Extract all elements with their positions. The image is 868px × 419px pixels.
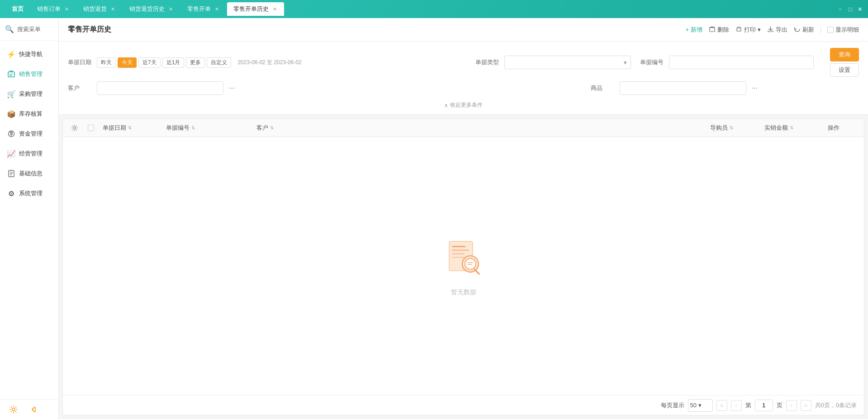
th-amount-sort-icon: ⇅ bbox=[790, 125, 793, 130]
collapse-label: 收起更多条件 bbox=[450, 101, 483, 109]
svg-rect-18 bbox=[452, 253, 465, 254]
sidebar-item-purchase-mgmt[interactable]: 🛒 采购管理 bbox=[0, 84, 58, 104]
tab-retail-open[interactable]: 零售开单 ✕ bbox=[181, 2, 226, 16]
filter-bill-type-select[interactable]: ▾ bbox=[504, 56, 631, 69]
display-detail-checkbox[interactable] bbox=[827, 27, 834, 33]
sidebar-settings-btn[interactable] bbox=[7, 403, 20, 416]
date-btn-last7[interactable]: 近7天 bbox=[138, 57, 161, 68]
th-salesperson[interactable]: 导购员 ⇅ bbox=[707, 124, 761, 132]
table-column-settings[interactable] bbox=[66, 124, 83, 132]
select-all-checkbox[interactable] bbox=[88, 125, 94, 131]
filter-bill-no-label: 单据编号 bbox=[640, 58, 665, 66]
page-last-btn[interactable]: » bbox=[801, 400, 811, 411]
tab-sales-return-label: 销货退货 bbox=[83, 5, 107, 13]
sidebar-item-inventory[interactable]: 📦 库存核算 bbox=[0, 104, 58, 124]
pagination: 每页显示 50 ▾ « ‹ 第 页 › » 共0页，0条记录 bbox=[63, 395, 864, 415]
print-button[interactable]: 打印 ▾ bbox=[735, 26, 761, 34]
sales-mgmt-icon bbox=[7, 70, 15, 78]
per-page-select[interactable]: 50 ▾ bbox=[688, 399, 713, 412]
date-btn-today[interactable]: 今天 bbox=[118, 57, 137, 68]
sidebar-item-basic-info[interactable]: 基础信息 bbox=[0, 164, 58, 184]
page-prev-btn[interactable]: ‹ bbox=[731, 400, 742, 411]
page-next-btn[interactable]: › bbox=[786, 400, 797, 411]
sidebar-search[interactable]: 🔍 搜索采单 bbox=[0, 18, 58, 41]
settings-button[interactable]: 设置 bbox=[830, 63, 859, 77]
sidebar-item-purchase-mgmt-label: 采购管理 bbox=[19, 90, 43, 98]
date-btn-last1month[interactable]: 近1月 bbox=[162, 57, 185, 68]
th-customer[interactable]: 客户 ⇅ bbox=[253, 124, 707, 132]
window-close[interactable]: ✕ bbox=[858, 6, 863, 13]
th-date-sort-icon: ⇅ bbox=[128, 125, 132, 130]
tab-sales-return-close[interactable]: ✕ bbox=[109, 6, 116, 12]
sidebar-collapse-btn[interactable] bbox=[27, 403, 40, 416]
main-layout: 🔍 搜索采单 ⚡ 快捷导航 销售管理 🛒 bbox=[0, 18, 868, 419]
filter-collapse-btn[interactable]: ∧ 收起更多条件 bbox=[444, 101, 483, 109]
tab-sales-order[interactable]: 销售订单 ✕ bbox=[31, 2, 76, 16]
per-page-dropdown-icon: ▾ bbox=[698, 402, 702, 409]
filter-date-options: 昨天 今天 近7天 近1月 更多 自定义 bbox=[97, 57, 231, 68]
sidebar-search-label: 搜索采单 bbox=[17, 25, 41, 33]
sidebar-item-sales-mgmt[interactable]: 销售管理 bbox=[0, 64, 58, 84]
tab-sales-return[interactable]: 销货退货 ✕ bbox=[77, 2, 122, 16]
export-label: 导出 bbox=[776, 26, 787, 34]
tab-list: 首页 销售订单 ✕ 销货退货 ✕ 销货退货历史 ✕ 零售开单 ✕ 零售开单历史 … bbox=[5, 2, 837, 16]
refresh-button[interactable]: 刷新 bbox=[794, 26, 814, 34]
svg-point-21 bbox=[465, 259, 476, 269]
page-first-btn[interactable]: « bbox=[716, 400, 727, 411]
filter-product-field: 商品 ··· bbox=[591, 81, 759, 95]
delete-button[interactable]: 删除 bbox=[709, 26, 729, 34]
sidebar-item-quick-nav[interactable]: ⚡ 快捷导航 bbox=[0, 44, 58, 64]
tab-retail-open-close[interactable]: ✕ bbox=[213, 6, 220, 12]
add-icon: + bbox=[685, 26, 689, 33]
tab-sales-order-close[interactable]: ✕ bbox=[63, 6, 70, 12]
add-button[interactable]: + 新增 bbox=[685, 26, 702, 34]
date-btn-more[interactable]: 更多 bbox=[186, 57, 205, 68]
tab-home-label: 首页 bbox=[12, 5, 24, 13]
date-btn-custom[interactable]: 自定义 bbox=[207, 57, 231, 68]
th-action-label: 操作 bbox=[828, 124, 840, 132]
th-amount[interactable]: 实销金额 ⇅ bbox=[761, 124, 824, 132]
filter-customer-input[interactable] bbox=[97, 81, 223, 95]
filter-product-input[interactable] bbox=[620, 81, 746, 95]
svg-rect-17 bbox=[452, 250, 469, 251]
sidebar-item-finance[interactable]: 资金管理 bbox=[0, 124, 58, 144]
filter-product-label: 商品 bbox=[591, 84, 616, 92]
sidebar-item-quick-nav-label: 快捷导航 bbox=[19, 50, 43, 58]
tab-sales-return-history-close[interactable]: ✕ bbox=[167, 6, 174, 12]
display-detail-toggle[interactable]: 显示明细 bbox=[827, 26, 859, 34]
filter-bill-no-input[interactable] bbox=[669, 56, 814, 69]
export-button[interactable]: 导出 bbox=[767, 26, 787, 34]
customer-ellipsis[interactable]: ··· bbox=[227, 84, 237, 92]
window-maximize[interactable]: □ bbox=[849, 6, 852, 13]
per-page-label: 每页显示 bbox=[661, 401, 684, 410]
tab-sales-return-history[interactable]: 销货退货历史 ✕ bbox=[123, 2, 180, 16]
date-btn-yesterday[interactable]: 昨天 bbox=[97, 57, 116, 68]
filter-row-2: 客户 ··· 商品 ··· bbox=[68, 81, 859, 95]
sidebar-item-operations[interactable]: 📈 经营管理 bbox=[0, 144, 58, 164]
toolbar-divider bbox=[821, 26, 821, 33]
svg-rect-16 bbox=[452, 246, 465, 247]
product-ellipsis[interactable]: ··· bbox=[750, 84, 759, 92]
svg-line-22 bbox=[474, 269, 479, 274]
tab-home[interactable]: 首页 bbox=[5, 2, 30, 16]
sidebar-item-system[interactable]: ⚙ 系统管理 bbox=[0, 184, 58, 203]
sidebar-item-inventory-label: 库存核算 bbox=[19, 110, 43, 118]
page-number-input[interactable] bbox=[755, 400, 773, 411]
table-select-all[interactable] bbox=[83, 125, 99, 131]
window-minimize[interactable]: － bbox=[837, 5, 843, 13]
refresh-label: 刷新 bbox=[802, 26, 814, 34]
table-header: 单据日期 ⇅ 单据编号 ⇅ 客户 ⇅ 导购员 ⇅ 实销金额 ⇅ bbox=[63, 119, 864, 137]
top-bar: 首页 销售订单 ✕ 销货退货 ✕ 销货退货历史 ✕ 零售开单 ✕ 零售开单历史 … bbox=[0, 0, 868, 18]
filter-bill-type-label: 单据类型 bbox=[475, 58, 501, 66]
th-date[interactable]: 单据日期 ⇅ bbox=[99, 124, 162, 132]
tab-retail-open-history[interactable]: 零售开单历史 ✕ bbox=[227, 2, 284, 16]
sidebar-footer bbox=[0, 399, 58, 419]
empty-state: 暂无数据 bbox=[63, 137, 864, 395]
th-customer-label: 客户 bbox=[256, 124, 268, 132]
filter-customer-label: 客户 bbox=[68, 84, 93, 92]
tab-retail-open-history-close[interactable]: ✕ bbox=[271, 6, 278, 12]
sidebar-item-system-label: 系统管理 bbox=[19, 189, 43, 198]
th-bill-no[interactable]: 单据编号 ⇅ bbox=[162, 124, 253, 132]
sidebar-item-basic-info-label: 基础信息 bbox=[19, 169, 43, 178]
query-button[interactable]: 查询 bbox=[830, 48, 859, 61]
